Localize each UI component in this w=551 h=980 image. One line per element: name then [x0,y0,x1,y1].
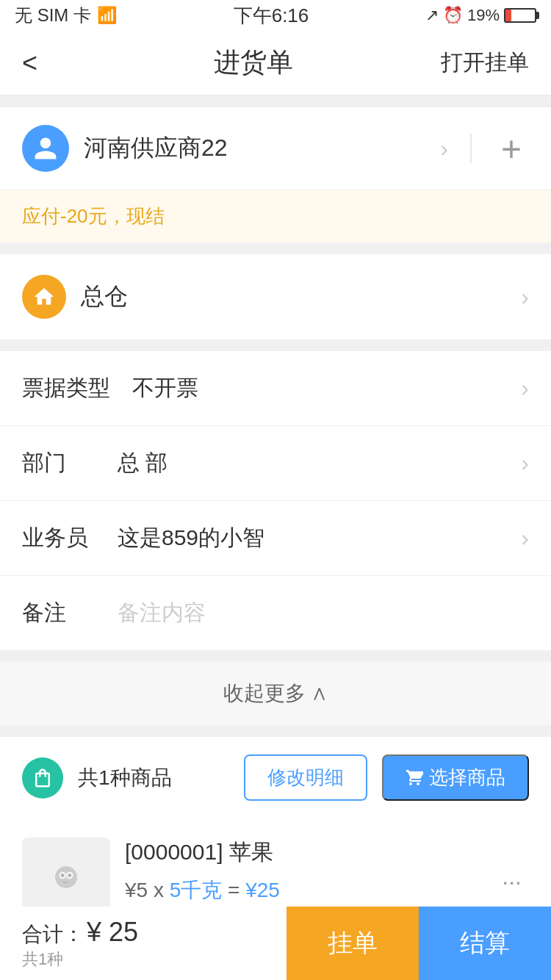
notice-banner: 应付-20元，现结 [0,190,551,242]
checkout-label: 结算 [460,926,510,960]
product-header: 共1种商品 修改明细 选择商品 [0,737,551,818]
collapse-button[interactable]: 收起更多 ∧ [0,662,551,725]
department-chevron-icon: › [521,450,529,477]
supplier-row[interactable]: 河南供应商22 › + [0,107,551,190]
battery-percent: 19% [467,6,500,25]
collapse-label: 收起更多 ∧ [223,682,328,705]
svg-point-0 [55,866,77,888]
edit-detail-button[interactable]: 修改明细 [244,754,367,801]
checkout-button[interactable]: 结算 [419,907,551,980]
alarm-icon: ⏰ [443,6,463,25]
salesman-row[interactable]: 业务员 这是859的小智 › [0,501,551,576]
item-total: ¥25 [245,879,280,901]
warehouse-chevron-icon: › [521,284,529,311]
select-product-button[interactable]: 选择商品 [382,754,529,801]
department-row[interactable]: 部门 总 部 › [0,426,551,501]
salesman-label: 业务员 [22,523,96,553]
ticket-type-row[interactable]: 票据类型 不开票 › [0,351,551,426]
product-owl-icon [44,860,88,904]
shopping-bag-icon [32,767,54,789]
product-code: [0000001] [125,840,229,864]
product-bag-icon [22,757,63,799]
supplier-name: 河南供应商22 [84,132,440,165]
back-button[interactable]: < [22,48,66,79]
warehouse-icon [22,275,66,319]
nav-bar: < 进货单 打开挂单 [0,31,551,96]
remark-placeholder: 备注内容 [118,598,529,628]
warehouse-name: 总仓 [81,281,521,313]
svg-point-3 [61,873,65,877]
total-amount: ¥ 25 [87,917,138,948]
salesman-chevron-icon: › [521,525,529,552]
product-count: 共1种商品 [78,764,229,792]
status-bar: 无 SIM 卡 📶 下午6:16 ↗ ⏰ 19% [0,0,551,31]
bottom-bar: 合计： ¥ 25 共1种 挂单 结算 [0,907,551,980]
divider [470,134,472,163]
quantity: 5千克 [170,879,223,901]
equals-sign: = [228,879,245,901]
ticket-type-label: 票据类型 [22,373,110,403]
select-product-label: 选择商品 [429,765,505,790]
suspend-button[interactable]: 挂单 [287,907,419,980]
suspend-label: 挂单 [328,926,378,960]
department-value: 总 部 [118,448,521,478]
total-count: 共1种 [22,948,264,970]
unit-price: ¥5 x [125,879,170,901]
home-icon [32,285,56,309]
total-section: 合计： ¥ 25 共1种 [0,907,287,980]
remark-row[interactable]: 备注 备注内容 [0,576,551,650]
supplier-card: 河南供应商22 › + 应付-20元，现结 [0,107,551,242]
cart-icon [406,769,423,787]
form-card: 票据类型 不开票 › 部门 总 部 › 业务员 这是859的小智 › 备注 备注… [0,351,551,650]
notice-text: 应付-20元，现结 [22,205,165,227]
warehouse-row[interactable]: 总仓 › [0,254,551,339]
content: 河南供应商22 › + 应付-20元，现结 总仓 › 票据类型 不开票 › [0,107,551,980]
supplier-chevron-icon: › [440,135,448,162]
status-left: 无 SIM 卡 📶 [15,4,117,27]
person-icon [32,135,59,162]
ticket-type-value: 不开票 [132,373,521,403]
warehouse-card: 总仓 › [0,254,551,339]
remark-label: 备注 [22,598,96,628]
svg-point-4 [68,873,71,877]
status-time: 下午6:16 [234,3,309,29]
salesman-value: 这是859的小智 [118,523,521,553]
battery-icon [504,8,536,23]
department-label: 部门 [22,448,96,478]
location-icon: ↗ [425,6,439,25]
add-button[interactable]: + [494,129,529,169]
wifi-icon: 📶 [97,6,117,25]
status-right: ↗ ⏰ 19% [425,6,536,25]
open-pending-button[interactable]: 打开挂单 [441,48,529,78]
supplier-avatar [22,125,69,172]
ticket-chevron-icon: › [521,375,529,402]
page-title: 进货单 [214,45,293,81]
product-price: ¥5 x 5千克 = ¥25 [125,876,480,904]
product-name: [0000001] 苹果 [125,837,480,868]
carrier-text: 无 SIM 卡 [15,4,91,27]
total-label: 合计： [22,920,84,948]
product-title: 苹果 [229,840,273,864]
